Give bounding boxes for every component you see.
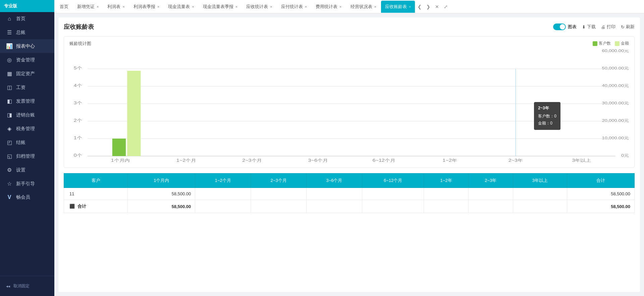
tab-cashflow-close[interactable]: × bbox=[192, 5, 194, 9]
svg-text:2个: 2个 bbox=[74, 118, 82, 122]
sidebar-item-inventory[interactable]: ◨ 进销台账 bbox=[0, 108, 54, 122]
tab-prev-button[interactable]: ❮ bbox=[416, 3, 424, 11]
chart-toggle[interactable]: 图表 bbox=[553, 23, 577, 30]
sidebar-item-label: 工资 bbox=[16, 85, 25, 91]
archive-icon: ◱ bbox=[6, 153, 13, 159]
toggle-track[interactable] bbox=[553, 23, 566, 30]
svg-text:4个: 4个 bbox=[74, 83, 82, 88]
download-icon: ⬇ bbox=[582, 24, 586, 30]
sidebar-item-vip[interactable]: V 畅会员 bbox=[0, 191, 54, 204]
sidebar-item-closing[interactable]: ◰ 结账 bbox=[0, 136, 54, 149]
th-y3plus: 3年以上 bbox=[513, 174, 567, 188]
sidebar-item-archive[interactable]: ◱ 归档管理 bbox=[0, 149, 54, 163]
cell-y3plus bbox=[513, 188, 567, 200]
tab-ar-aging-close[interactable]: × bbox=[409, 5, 411, 9]
invoice-icon: ◧ bbox=[6, 98, 13, 104]
th-y12: 1~2年 bbox=[424, 174, 469, 188]
refresh-button[interactable]: ↻ 刷新 bbox=[621, 24, 635, 30]
tab-next-button[interactable]: ❯ bbox=[424, 3, 432, 11]
svg-text:3~6个月: 3~6个月 bbox=[308, 158, 328, 162]
footer-y3plus bbox=[513, 200, 567, 213]
content-area: 应收账龄表 图表 ⬇ 下载 🖨 打印 bbox=[54, 13, 644, 296]
sidebar-item-reports[interactable]: 📊 报表中心 bbox=[0, 39, 54, 53]
tab-profit-label: 利润表 bbox=[107, 4, 120, 10]
home-icon: ⌂ bbox=[6, 16, 13, 22]
payroll-icon: ◫ bbox=[6, 84, 13, 91]
footer-label: ⬛ 合计 bbox=[64, 200, 128, 213]
tab-ops-status[interactable]: 经营状况表 × bbox=[346, 1, 380, 13]
sidebar-item-assets[interactable]: ▦ 固定资产 bbox=[0, 67, 54, 81]
tab-cashflow[interactable]: 现金流量表 × bbox=[164, 1, 198, 13]
svg-text:20,000.00元: 20,000.00元 bbox=[602, 118, 629, 123]
tab-home[interactable]: 首页 bbox=[56, 1, 72, 13]
download-button[interactable]: ⬇ 下载 bbox=[582, 24, 596, 30]
legend-amount: 金额 bbox=[615, 41, 629, 46]
th-m23: 2~3个月 bbox=[251, 174, 307, 188]
tab-profit-q[interactable]: 利润表季报 × bbox=[129, 1, 163, 13]
sidebar-item-finance[interactable]: ◎ 资金管理 bbox=[0, 53, 54, 67]
footer-m1: 58,500.00 bbox=[128, 200, 195, 213]
aging-table: 客户 1个月内 1~2个月 2~3个月 3~6个月 6~12个月 1~2年 2~… bbox=[64, 173, 635, 213]
svg-text:2~3年: 2~3年 bbox=[508, 158, 523, 162]
print-button[interactable]: 🖨 打印 bbox=[601, 24, 615, 30]
svg-text:40,000.00元: 40,000.00元 bbox=[602, 84, 629, 88]
svg-text:3个: 3个 bbox=[74, 101, 82, 105]
sidebar-item-label: 总账 bbox=[16, 30, 25, 36]
tab-close-all-button[interactable]: ✕ bbox=[433, 3, 441, 11]
tab-expense-stats-close[interactable]: × bbox=[339, 5, 341, 9]
footer-m12 bbox=[195, 200, 251, 213]
cell-m1: 58,500.00 bbox=[128, 188, 195, 200]
tab-cashflow-q-close[interactable]: × bbox=[235, 5, 237, 9]
legend-customer-label: 客户数 bbox=[599, 41, 611, 46]
sidebar-item-ledger[interactable]: ☰ 总账 bbox=[0, 26, 54, 39]
tab-expense-stats[interactable]: 费用统计表 × bbox=[312, 1, 345, 13]
th-total: 合计 bbox=[567, 174, 634, 188]
table-row: 11 58,500.00 58,500.00 bbox=[64, 188, 635, 200]
sidebar-item-home[interactable]: ⌂ 首页 bbox=[0, 12, 54, 26]
tab-profit-close[interactable]: × bbox=[122, 5, 124, 9]
tab-ap-stats[interactable]: 应付统计表 × bbox=[277, 1, 311, 13]
tab-cashflow-q[interactable]: 现金流量表季报 × bbox=[199, 1, 241, 13]
footer-total: 58,500.00 bbox=[567, 200, 634, 213]
tab-profit[interactable]: 利润表 × bbox=[103, 1, 128, 13]
chart-legend: 客户数 金额 bbox=[593, 41, 629, 46]
sidebar-item-label: 畅会员 bbox=[16, 194, 30, 200]
cell-total: 58,500.00 bbox=[567, 188, 634, 200]
cell-m612 bbox=[362, 188, 424, 200]
sidebar-item-label: 设置 bbox=[16, 167, 25, 173]
cell-m36 bbox=[307, 188, 362, 200]
tab-ops-status-close[interactable]: × bbox=[374, 5, 376, 9]
tab-new-voucher[interactable]: 新增凭证 × bbox=[73, 1, 103, 13]
main-area: 首页 新增凭证 × 利润表 × 利润表季报 × 现金流量表 × 现金流量表季报 … bbox=[54, 0, 644, 296]
sidebar-unpin-button[interactable]: ◂◂ 取消固定 bbox=[0, 280, 54, 293]
th-m1: 1个月内 bbox=[128, 174, 195, 188]
tab-profit-q-close[interactable]: × bbox=[157, 5, 159, 9]
reports-icon: 📊 bbox=[6, 43, 13, 49]
sidebar-item-label: 税务管理 bbox=[16, 126, 35, 132]
cell-m23 bbox=[251, 188, 307, 200]
sidebar-item-settings[interactable]: ⚙ 设置 bbox=[0, 163, 54, 177]
cell-m12 bbox=[195, 188, 251, 200]
toggle-thumb bbox=[560, 24, 565, 30]
svg-text:3年以上: 3年以上 bbox=[572, 158, 591, 162]
sidebar-item-payroll[interactable]: ◫ 工资 bbox=[0, 81, 54, 94]
app-logo: 专业版 bbox=[0, 0, 54, 12]
legend-amount-color bbox=[615, 41, 620, 46]
tab-ar-stats[interactable]: 应收统计表 × bbox=[242, 1, 276, 13]
tab-new-voucher-label: 新增凭证 bbox=[77, 4, 95, 10]
unpin-icon: ◂◂ bbox=[6, 284, 10, 289]
tab-ap-stats-label: 应付统计表 bbox=[281, 4, 303, 10]
sidebar-item-label: 归档管理 bbox=[16, 153, 35, 159]
sidebar-item-tax[interactable]: ◈ 税务管理 bbox=[0, 122, 54, 136]
tab-new-voucher-close[interactable]: × bbox=[97, 5, 99, 9]
settings-icon: ⚙ bbox=[6, 167, 13, 173]
tab-expand-button[interactable]: ⤢ bbox=[442, 3, 450, 11]
sidebar-item-guide[interactable]: ☆ 新手引导 bbox=[0, 177, 54, 191]
tab-ar-stats-close[interactable]: × bbox=[270, 5, 272, 9]
tab-ap-stats-close[interactable]: × bbox=[305, 5, 307, 9]
table-header-row: 客户 1个月内 1~2个月 2~3个月 3~6个月 6~12个月 1~2年 2~… bbox=[64, 174, 635, 188]
sidebar-item-invoice[interactable]: ◧ 发票管理 bbox=[0, 94, 54, 108]
tab-cashflow-q-label: 现金流量表季报 bbox=[203, 4, 233, 10]
closing-icon: ◰ bbox=[6, 139, 13, 146]
tab-ar-aging[interactable]: 应收账龄表 × bbox=[381, 1, 415, 13]
